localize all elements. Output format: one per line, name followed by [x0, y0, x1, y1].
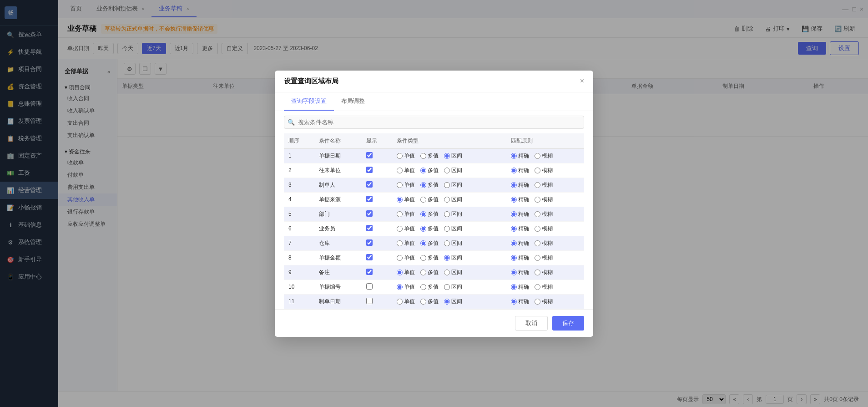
match-radio[interactable] [511, 270, 517, 275]
match-radio[interactable] [535, 226, 540, 232]
condition-radio-label[interactable]: 区间 [444, 167, 462, 174]
condition-radio[interactable] [444, 226, 450, 232]
match-radio-label[interactable]: 精确 [511, 210, 529, 218]
match-radio-label[interactable]: 模糊 [535, 254, 553, 262]
condition-radio[interactable] [397, 226, 403, 232]
condition-radio-label[interactable]: 区间 [444, 269, 462, 276]
match-radio-label[interactable]: 精确 [511, 196, 529, 204]
match-radio-label[interactable]: 模糊 [535, 269, 553, 276]
modal-search-input[interactable] [284, 116, 584, 129]
condition-radio[interactable] [397, 299, 403, 305]
condition-radio[interactable] [420, 168, 426, 173]
match-radio-label[interactable]: 精确 [511, 298, 529, 305]
condition-radio-label[interactable]: 区间 [444, 181, 462, 189]
match-radio[interactable] [511, 255, 517, 261]
condition-radio[interactable] [444, 153, 450, 159]
tab-query-fields[interactable]: 查询字段设置 [284, 92, 334, 111]
condition-radio-label[interactable]: 区间 [444, 254, 462, 262]
condition-radio-label[interactable]: 单值 [397, 167, 415, 174]
show-checkbox[interactable] [366, 152, 373, 158]
tab-layout-adjust[interactable]: 布局调整 [334, 92, 372, 111]
condition-radio-label[interactable]: 多值 [420, 210, 439, 218]
match-radio-label[interactable]: 精确 [511, 152, 529, 160]
match-radio[interactable] [535, 270, 540, 275]
show-checkbox[interactable] [366, 167, 373, 173]
modal-row-show[interactable] [362, 294, 392, 309]
condition-radio[interactable] [420, 197, 426, 203]
condition-radio-label[interactable]: 区间 [444, 283, 462, 291]
match-radio[interactable] [535, 197, 540, 203]
save-button[interactable]: 保存 [552, 316, 584, 331]
condition-radio-label[interactable]: 单值 [397, 269, 415, 276]
match-radio[interactable] [535, 182, 540, 188]
condition-radio-label[interactable]: 多值 [420, 269, 439, 276]
match-radio[interactable] [535, 211, 540, 217]
condition-radio-label[interactable]: 单值 [397, 298, 415, 305]
condition-radio-label[interactable]: 区间 [444, 239, 462, 247]
condition-radio[interactable] [397, 211, 403, 217]
match-radio[interactable] [535, 255, 540, 261]
condition-radio[interactable] [397, 182, 403, 188]
condition-radio[interactable] [444, 299, 450, 305]
condition-radio[interactable] [444, 197, 450, 203]
match-radio-label[interactable]: 模糊 [535, 196, 553, 204]
condition-radio-label[interactable]: 区间 [444, 225, 462, 233]
condition-radio-label[interactable]: 多值 [420, 225, 439, 233]
condition-radio-label[interactable]: 区间 [444, 210, 462, 218]
show-checkbox[interactable] [366, 283, 373, 290]
modal-row-show[interactable] [362, 250, 392, 265]
condition-radio-label[interactable]: 多值 [420, 239, 439, 247]
condition-radio[interactable] [397, 153, 403, 159]
condition-radio[interactable] [420, 153, 426, 159]
condition-radio-label[interactable]: 多值 [420, 167, 439, 174]
condition-radio[interactable] [444, 168, 450, 173]
modal-row-show[interactable] [362, 148, 392, 163]
match-radio-label[interactable]: 模糊 [535, 167, 553, 174]
condition-radio[interactable] [397, 168, 403, 173]
match-radio[interactable] [511, 182, 517, 188]
match-radio[interactable] [535, 240, 540, 246]
show-checkbox[interactable] [366, 196, 373, 202]
show-checkbox[interactable] [366, 254, 373, 260]
condition-radio[interactable] [397, 197, 403, 203]
condition-radio-label[interactable]: 单值 [397, 152, 415, 160]
match-radio-label[interactable]: 精确 [511, 239, 529, 247]
match-radio[interactable] [535, 284, 540, 290]
condition-radio[interactable] [420, 284, 426, 290]
condition-radio-label[interactable]: 单值 [397, 196, 415, 204]
modal-row-show[interactable] [362, 192, 392, 207]
show-checkbox[interactable] [366, 210, 373, 217]
match-radio[interactable] [511, 240, 517, 246]
modal-row-show[interactable] [362, 163, 392, 178]
condition-radio[interactable] [397, 240, 403, 246]
match-radio[interactable] [535, 153, 540, 159]
condition-radio-label[interactable]: 多值 [420, 283, 439, 291]
cancel-button[interactable]: 取消 [515, 316, 548, 331]
condition-radio[interactable] [420, 211, 426, 217]
match-radio[interactable] [511, 226, 517, 232]
condition-radio[interactable] [420, 270, 426, 275]
show-checkbox[interactable] [366, 225, 373, 231]
condition-radio[interactable] [444, 255, 450, 261]
condition-radio[interactable] [397, 284, 403, 290]
modal-row-show[interactable] [362, 280, 392, 294]
show-checkbox[interactable] [366, 239, 373, 246]
match-radio[interactable] [511, 299, 517, 305]
show-checkbox[interactable] [366, 269, 373, 275]
match-radio[interactable] [511, 168, 517, 173]
condition-radio[interactable] [397, 255, 403, 261]
match-radio[interactable] [511, 211, 517, 217]
match-radio[interactable] [511, 153, 517, 159]
condition-radio[interactable] [397, 270, 403, 275]
condition-radio-label[interactable]: 单值 [397, 283, 415, 291]
match-radio-label[interactable]: 精确 [511, 254, 529, 262]
show-checkbox[interactable] [366, 181, 373, 188]
condition-radio-label[interactable]: 单值 [397, 239, 415, 247]
condition-radio[interactable] [444, 182, 450, 188]
modal-close-button[interactable]: × [580, 77, 584, 85]
condition-radio-label[interactable]: 多值 [420, 196, 439, 204]
modal-row-show[interactable] [362, 236, 392, 250]
match-radio[interactable] [511, 197, 517, 203]
condition-radio-label[interactable]: 单值 [397, 181, 415, 189]
condition-radio-label[interactable]: 单值 [397, 254, 415, 262]
